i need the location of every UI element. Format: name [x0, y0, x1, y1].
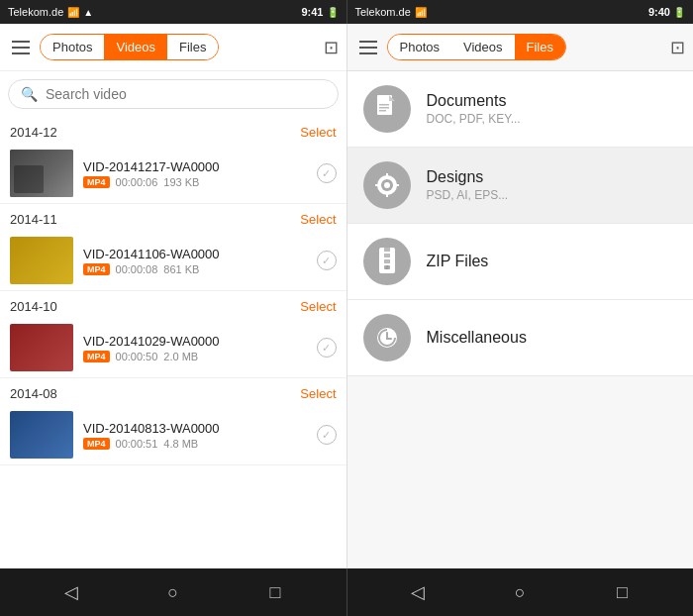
right-status-bar: Telekom.de 📶 9:40 🔋 — [347, 0, 694, 24]
svg-rect-3 — [379, 107, 389, 109]
file-categories: Documents DOC, PDF, KEY... — [347, 71, 694, 568]
video-name: VID-20141217-WA0000 — [83, 159, 307, 174]
mp4-badge: MP4 — [83, 351, 110, 362]
svg-rect-4 — [379, 110, 386, 112]
home-button-left[interactable]: ○ — [157, 576, 189, 608]
right-carrier: Telekom.de — [355, 6, 411, 18]
select-button-2014-12[interactable]: Select — [300, 125, 336, 140]
documents-icon — [363, 85, 411, 133]
designs-name: Designs — [427, 168, 509, 186]
select-button-2014-10[interactable]: Select — [300, 299, 336, 314]
svg-rect-15 — [384, 259, 390, 263]
left-toolbar: Photos Videos Files ⊡ — [0, 24, 346, 71]
category-zip[interactable]: Z ZIP Files — [347, 224, 694, 300]
svg-text:Z: Z — [385, 264, 388, 270]
video-meta: MP4 00:00:51 4.8 MB — [83, 438, 307, 450]
date-label: 2014-11 — [10, 212, 57, 227]
zip-icon: Z — [363, 238, 411, 285]
left-panel: Photos Videos Files ⊡ 🔍 2014-12 Select — [0, 24, 347, 568]
date-label: 2014-12 — [10, 125, 57, 140]
tab-files-right[interactable]: Files — [515, 35, 565, 59]
video-name: VID-20140813-WA0000 — [83, 421, 307, 436]
tab-photos-left[interactable]: Photos — [41, 35, 104, 59]
svg-point-7 — [384, 182, 390, 188]
video-duration: 00:00:51 — [116, 438, 158, 450]
video-size: 861 KB — [163, 263, 199, 275]
search-icon: 🔍 — [21, 86, 38, 102]
hamburger-menu-right[interactable] — [355, 37, 381, 58]
documents-name: Documents — [427, 92, 521, 110]
right-panel: Photos Videos Files ⊡ — [347, 24, 694, 568]
mp4-badge: MP4 — [83, 263, 110, 275]
back-button-right[interactable]: ◁ — [402, 576, 434, 608]
check-circle[interactable]: ✓ — [317, 338, 337, 358]
svg-rect-14 — [384, 254, 390, 257]
designs-icon — [363, 161, 411, 209]
battery-icon-right: 🔋 — [673, 7, 685, 18]
tab-videos-right[interactable]: Videos — [451, 35, 515, 59]
designs-sub: PSD, AI, EPS... — [427, 188, 509, 202]
recent-button-left[interactable]: □ — [259, 576, 291, 608]
hamburger-menu[interactable] — [8, 37, 34, 58]
documents-sub: DOC, PDF, KEY... — [427, 112, 521, 126]
tab-videos-left[interactable]: Videos — [104, 35, 167, 59]
documents-info: Documents DOC, PDF, KEY... — [427, 92, 521, 126]
tab-files-left[interactable]: Files — [167, 35, 218, 59]
back-button-left[interactable]: ◁ — [55, 576, 87, 608]
select-button-2014-11[interactable]: Select — [300, 212, 336, 227]
zip-info: ZIP Files — [427, 253, 489, 270]
search-bar[interactable]: 🔍 — [8, 79, 339, 109]
video-name: VID-20141029-WA0000 — [83, 334, 307, 349]
video-size: 4.8 MB — [163, 438, 198, 450]
video-info: VID-20140813-WA0000 MP4 00:00:51 4.8 MB — [83, 421, 307, 450]
screen-mirror-icon-right[interactable]: ⊡ — [670, 37, 685, 58]
date-label: 2014-10 — [10, 299, 57, 314]
svg-rect-11 — [394, 184, 399, 186]
video-item[interactable]: VID-20140813-WA0000 MP4 00:00:51 4.8 MB … — [0, 405, 346, 465]
svg-rect-9 — [386, 192, 388, 197]
video-duration: 00:00:08 — [116, 263, 158, 275]
check-circle[interactable]: ✓ — [317, 163, 337, 183]
signal-icon: 📶 — [67, 7, 79, 18]
video-info: VID-20141106-WA0000 MP4 00:00:08 861 KB — [83, 247, 307, 275]
video-size: 193 KB — [163, 176, 199, 188]
nav-bars: ◁ ○ □ ◁ ○ □ — [0, 568, 693, 616]
video-thumbnail — [10, 237, 73, 284]
screen-mirror-icon[interactable]: ⊡ — [324, 37, 339, 58]
date-group-2014-08: 2014-08 Select — [0, 378, 346, 405]
signal-icon-right: 📶 — [415, 7, 427, 18]
misc-name: Miscellaneous — [427, 329, 527, 347]
search-input[interactable] — [46, 86, 326, 102]
left-time: 9:41 — [301, 6, 323, 18]
date-group-2014-11: 2014-11 Select — [0, 204, 346, 231]
tab-photos-right[interactable]: Photos — [388, 35, 451, 59]
video-item[interactable]: VID-20141217-WA0000 MP4 00:00:06 193 KB … — [0, 144, 346, 204]
right-time: 9:40 — [648, 6, 670, 18]
video-thumbnail — [10, 411, 73, 459]
date-group-2014-10: 2014-10 Select — [0, 291, 346, 318]
left-carrier: Telekom.de — [8, 6, 63, 18]
misc-info: Miscellaneous — [427, 329, 527, 347]
zip-name: ZIP Files — [427, 253, 489, 270]
video-item[interactable]: VID-20141029-WA0000 MP4 00:00:50 2.0 MB … — [0, 318, 346, 378]
mp4-badge: MP4 — [83, 438, 110, 450]
select-button-2014-08[interactable]: Select — [300, 386, 336, 401]
video-item[interactable]: VID-20141106-WA0000 MP4 00:00:08 861 KB … — [0, 231, 346, 291]
category-misc[interactable]: Miscellaneous — [347, 300, 694, 376]
right-toolbar: Photos Videos Files ⊡ — [347, 24, 694, 71]
category-designs[interactable]: Designs PSD, AI, EPS... — [347, 148, 694, 224]
check-circle[interactable]: ✓ — [317, 251, 337, 270]
video-thumbnail — [10, 150, 73, 197]
check-circle[interactable]: ✓ — [317, 425, 337, 445]
battery-icon: 🔋 — [327, 7, 339, 18]
video-duration: 00:00:06 — [116, 176, 158, 188]
home-button-right[interactable]: ○ — [504, 576, 536, 608]
designs-info: Designs PSD, AI, EPS... — [427, 168, 509, 202]
right-tab-group: Photos Videos Files — [387, 34, 566, 60]
video-meta: MP4 00:00:06 193 KB — [83, 176, 307, 188]
video-size: 2.0 MB — [163, 351, 198, 362]
video-name: VID-20141106-WA0000 — [83, 247, 307, 261]
recent-button-right[interactable]: □ — [606, 576, 638, 608]
category-documents[interactable]: Documents DOC, PDF, KEY... — [347, 71, 694, 148]
left-status-bar: Telekom.de 📶 ▲ 9:41 🔋 — [0, 0, 346, 24]
